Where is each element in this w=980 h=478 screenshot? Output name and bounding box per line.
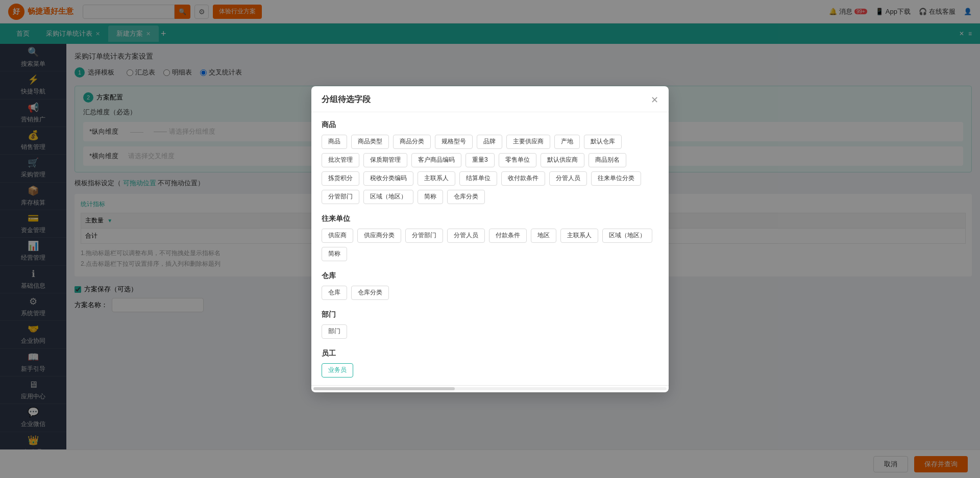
field-group-dept: 部门 部门 — [322, 310, 658, 339]
warehouse-tags: 仓库 仓库分类 — [322, 286, 658, 300]
goods-group-title: 商品 — [322, 120, 658, 130]
field-tag-goods-16[interactable]: 税收分类编码 — [363, 171, 413, 186]
field-tag-cp-5[interactable]: 地区 — [531, 229, 556, 243]
field-tag-goods-2[interactable]: 商品分类 — [393, 135, 431, 149]
field-tag-cp-4[interactable]: 付款条件 — [489, 229, 527, 243]
modal-overlay: 分组待选字段 ✕ 商品 商品 商品类型 商品分类 规格型号 品牌 主要供应商 产… — [0, 0, 980, 478]
field-tag-goods-14[interactable]: 商品别名 — [589, 153, 626, 167]
field-group-warehouse: 仓库 仓库 仓库分类 — [322, 271, 658, 300]
field-group-counterpart: 往来单位 供应商 供应商分类 分管部门 分管人员 付款条件 地区 主联系人 区域… — [322, 214, 658, 261]
field-tag-goods-5[interactable]: 主要供应商 — [506, 135, 550, 149]
field-tag-goods-4[interactable]: 品牌 — [477, 135, 502, 149]
dept-tags: 部门 — [322, 324, 658, 339]
field-tag-goods-11[interactable]: 重量3 — [465, 153, 495, 167]
field-tag-staff-0[interactable]: 业务员 — [322, 363, 353, 378]
goods-tags: 商品 商品类型 商品分类 规格型号 品牌 主要供应商 产地 默认仓库 批次管理 … — [322, 135, 658, 204]
field-tag-goods-19[interactable]: 收付款条件 — [501, 171, 545, 186]
warehouse-group-title: 仓库 — [322, 271, 658, 281]
field-tag-cp-6[interactable]: 主联系人 — [560, 229, 598, 243]
modal-hscroll[interactable] — [311, 385, 669, 392]
counterpart-group-title: 往来单位 — [322, 214, 658, 223]
field-tag-goods-10[interactable]: 客户商品编码 — [411, 153, 461, 167]
field-tag-goods-21[interactable]: 往来单位分类 — [591, 171, 641, 186]
modal-title: 分组待选字段 — [322, 94, 371, 105]
modal-close-button[interactable]: ✕ — [651, 94, 658, 106]
field-tag-goods-17[interactable]: 主联系人 — [418, 171, 455, 186]
field-tag-goods-9[interactable]: 保质期管理 — [363, 153, 407, 167]
field-tag-goods-12[interactable]: 零售单位 — [499, 153, 536, 167]
modal-body[interactable]: 商品 商品 商品类型 商品分类 规格型号 品牌 主要供应商 产地 默认仓库 批次… — [311, 112, 669, 385]
dept-group-title: 部门 — [322, 310, 658, 319]
field-tag-cp-3[interactable]: 分管人员 — [447, 229, 485, 243]
field-tag-cp-1[interactable]: 供应商分类 — [357, 229, 401, 243]
field-tag-goods-25[interactable]: 仓库分类 — [447, 190, 485, 204]
field-tag-dept-0[interactable]: 部门 — [322, 324, 347, 339]
field-tag-goods-20[interactable]: 分管人员 — [549, 171, 587, 186]
field-tag-cp-8[interactable]: 简称 — [322, 247, 347, 261]
field-tag-goods-15[interactable]: 拣货积分 — [322, 171, 359, 186]
field-tag-goods-23[interactable]: 区域（地区） — [363, 190, 413, 204]
field-tag-goods-3[interactable]: 规格型号 — [435, 135, 473, 149]
field-tag-wh-1[interactable]: 仓库分类 — [351, 286, 389, 300]
field-tag-wh-0[interactable]: 仓库 — [322, 286, 347, 300]
field-tag-goods-24[interactable]: 简称 — [418, 190, 443, 204]
staff-group-title: 员工 — [322, 349, 658, 358]
field-tag-goods-13[interactable]: 默认供应商 — [541, 153, 584, 167]
field-tag-goods-7[interactable]: 默认仓库 — [584, 135, 622, 149]
counterpart-tags: 供应商 供应商分类 分管部门 分管人员 付款条件 地区 主联系人 区域（地区） … — [322, 229, 658, 261]
field-tag-cp-0[interactable]: 供应商 — [322, 229, 353, 243]
field-tag-goods-1[interactable]: 商品类型 — [351, 135, 389, 149]
field-tag-goods-22[interactable]: 分管部门 — [322, 190, 359, 204]
hscroll-track — [313, 387, 667, 390]
field-tag-goods-0[interactable]: 商品 — [322, 135, 347, 149]
field-tag-cp-7[interactable]: 区域（地区） — [602, 229, 652, 243]
field-tag-goods-6[interactable]: 产地 — [554, 135, 580, 149]
field-tag-cp-2[interactable]: 分管部门 — [405, 229, 443, 243]
field-group-goods: 商品 商品 商品类型 商品分类 规格型号 品牌 主要供应商 产地 默认仓库 批次… — [322, 120, 658, 204]
field-tag-goods-8[interactable]: 批次管理 — [322, 153, 359, 167]
hscroll-thumb[interactable] — [313, 387, 455, 390]
modal: 分组待选字段 ✕ 商品 商品 商品类型 商品分类 规格型号 品牌 主要供应商 产… — [311, 86, 669, 392]
field-group-staff: 员工 业务员 — [322, 349, 658, 378]
modal-header: 分组待选字段 ✕ — [311, 86, 669, 112]
staff-tags: 业务员 — [322, 363, 658, 378]
field-tag-goods-18[interactable]: 结算单位 — [459, 171, 497, 186]
